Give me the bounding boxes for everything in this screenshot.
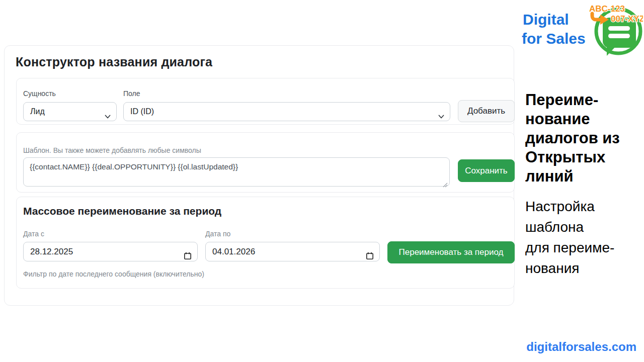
date-from-input[interactable]: 28.12.2025 (23, 242, 198, 261)
subtitle-line: для переиме- (525, 237, 614, 258)
date-filter-hint: Фильтр по дате последнего сообщения (вкл… (23, 270, 204, 278)
sidebar-subtitle: Настройка шаблона для переиме- нования (525, 196, 614, 279)
mass-rename-title: Массовое переименование за период (23, 205, 221, 217)
logo-badge-old-id: ABC-123 (589, 4, 625, 14)
date-from-value: 28.12.2025 (30, 247, 73, 256)
brand-line-1: Digital (522, 10, 586, 29)
calendar-icon[interactable] (184, 248, 192, 266)
calendar-icon[interactable] (366, 248, 374, 266)
chevron-down-icon (104, 109, 111, 121)
entity-select[interactable]: Лид (23, 102, 117, 121)
brand-line-2: for Sales (522, 29, 586, 48)
template-textarea[interactable]: {{contact.NAME}} {{deal.OPPORTUNITY}} {{… (23, 157, 450, 187)
entity-label: Сущность (23, 89, 56, 98)
page-title: Конструктор названия диалога (16, 55, 212, 69)
subtitle-line: шаблона (525, 217, 614, 237)
date-to-value: 04.01.2026 (212, 247, 255, 256)
mass-rename-section: Массовое переименование за период Дата с… (16, 197, 515, 289)
entity-field-section: Сущность Лид Поле ID (ID) Добавить (16, 78, 515, 125)
date-to-label: Дата по (205, 230, 230, 238)
field-label: Поле (123, 89, 140, 98)
chevron-down-icon (438, 109, 445, 121)
website-link[interactable]: digitalforsales.com (526, 340, 636, 354)
sidebar-heading: Переиме- нование диалогов из Открытых ли… (525, 90, 620, 186)
heading-line: нование (525, 110, 620, 129)
date-from-label: Дата с (23, 230, 44, 238)
subtitle-line: нования (525, 258, 614, 279)
field-select-value: ID (ID) (130, 107, 154, 116)
date-to-input[interactable]: 04.01.2026 (205, 242, 380, 261)
brand-wordmark: Digital for Sales (522, 10, 586, 48)
logo-badge-new-id: 007-XYZ (611, 14, 643, 24)
template-label: Шаблон. Вы также можете добавлять любые … (23, 146, 201, 154)
heading-line: Открытых (525, 148, 620, 167)
chat-rename-logo-icon: ABC-123 007-XYZ (584, 1, 643, 59)
add-button[interactable]: Добавить (458, 100, 515, 122)
subtitle-line: Настройка (525, 196, 614, 217)
field-select[interactable]: ID (ID) (123, 102, 450, 121)
dialog-name-constructor-card: Конструктор названия диалога Сущность Ли… (4, 45, 514, 306)
heading-line: линий (525, 167, 620, 186)
save-button[interactable]: Сохранить (458, 159, 515, 182)
entity-select-value: Лид (30, 107, 45, 116)
promo-sidebar: Digital for Sales ABC-123 007-XYZ Переим… (515, 0, 644, 362)
heading-line: диалогов из (525, 129, 620, 148)
template-section: Шаблон. Вы также можете добавлять любые … (16, 132, 515, 193)
rename-period-button[interactable]: Переименовать за период (387, 241, 515, 263)
heading-line: Переиме- (525, 90, 620, 110)
